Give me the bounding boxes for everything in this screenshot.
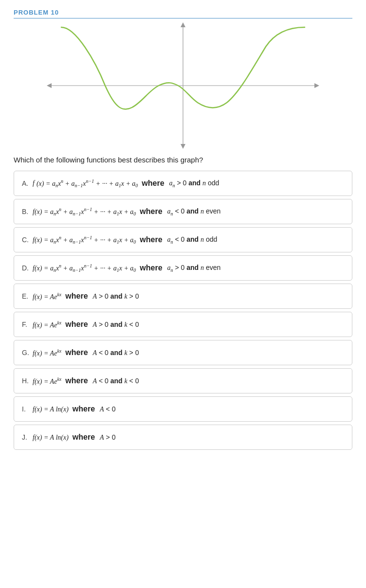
option-j-where: where bbox=[73, 431, 95, 443]
problem-header: PROBLEM 10 bbox=[14, 9, 352, 18]
option-j-letter: J. bbox=[22, 433, 33, 441]
option-g-letter: G. bbox=[22, 349, 33, 356]
option-b-condition: an < 0 and n even bbox=[167, 206, 221, 217]
option-f-content: f(x) = Aekx where A > 0 and k < 0 bbox=[33, 319, 139, 330]
option-a-condition: an > 0 and n odd bbox=[169, 178, 220, 189]
graph-container bbox=[14, 22, 352, 149]
option-d[interactable]: D. f(x) = anxn + an−1xn−1 + ··· + a1x + … bbox=[14, 255, 352, 281]
option-g-condition: A < 0 and k > 0 bbox=[93, 348, 139, 358]
svg-marker-1 bbox=[314, 83, 319, 88]
option-i-condition: A < 0 bbox=[100, 404, 115, 414]
option-g-content: f(x) = Aekx where A < 0 and k > 0 bbox=[33, 347, 139, 358]
option-h-where: where bbox=[65, 375, 88, 387]
option-a[interactable]: A. f(x) = anxn + an−1xn−1 + ··· + a1x + … bbox=[14, 171, 352, 196]
option-e[interactable]: E. f(x) = Aekx where A > 0 and k > 0 bbox=[14, 284, 352, 309]
option-c-content: f(x) = anxn + an−1xn−1 + ··· + a1x + a0 … bbox=[33, 234, 217, 246]
option-e-condition: A > 0 and k > 0 bbox=[93, 291, 139, 302]
option-e-content: f(x) = Aekx where A > 0 and k > 0 bbox=[33, 290, 139, 302]
option-a-where: where bbox=[142, 178, 164, 189]
svg-marker-5 bbox=[181, 144, 185, 149]
option-c-where: where bbox=[140, 234, 162, 246]
option-h-letter: H. bbox=[22, 377, 33, 385]
option-b-letter: B. bbox=[22, 208, 33, 215]
option-d-condition: an > 0 and n even bbox=[167, 263, 221, 274]
option-j[interactable]: J. f(x) = A ln(x) where A > 0 bbox=[14, 425, 352, 450]
svg-marker-4 bbox=[181, 22, 185, 27]
option-a-letter: A. bbox=[22, 179, 33, 187]
svg-marker-2 bbox=[47, 83, 52, 88]
option-j-condition: A > 0 bbox=[100, 432, 115, 443]
option-f-letter: F. bbox=[22, 321, 33, 328]
option-b[interactable]: B. f(x) = anxn + an−1xn−1 + ··· + a1x + … bbox=[14, 199, 352, 224]
option-a-formula: f bbox=[33, 178, 35, 188]
option-i-content: f(x) = A ln(x) where A < 0 bbox=[33, 403, 115, 415]
option-c-letter: C. bbox=[22, 236, 33, 244]
option-g[interactable]: G. f(x) = Aekx where A < 0 and k > 0 bbox=[14, 340, 352, 365]
option-e-letter: E. bbox=[22, 292, 33, 300]
option-g-where: where bbox=[65, 347, 88, 358]
option-b-where: where bbox=[140, 206, 162, 217]
option-f-condition: A > 0 and k < 0 bbox=[93, 320, 139, 330]
option-i-letter: I. bbox=[22, 405, 33, 413]
option-b-content: f(x) = anxn + an−1xn−1 + ··· + a1x + a0 … bbox=[33, 206, 220, 217]
option-d-content: f(x) = anxn + an−1xn−1 + ··· + a1x + a0 … bbox=[33, 262, 220, 274]
option-j-content: f(x) = A ln(x) where A > 0 bbox=[33, 431, 115, 443]
options-container: A. f(x) = anxn + an−1xn−1 + ··· + a1x + … bbox=[14, 171, 352, 450]
option-i[interactable]: I. f(x) = A ln(x) where A < 0 bbox=[14, 396, 352, 422]
option-a-content: f(x) = anxn + an−1xn−1 + ··· + a1x + a0 … bbox=[33, 178, 219, 189]
question-text: Which of the following functions best de… bbox=[14, 156, 352, 164]
option-h-condition: A < 0 and k < 0 bbox=[93, 376, 139, 386]
option-d-where: where bbox=[140, 262, 162, 274]
option-f-where: where bbox=[65, 319, 88, 330]
option-h-content: f(x) = Aekx where A < 0 and k < 0 bbox=[33, 375, 139, 387]
option-c[interactable]: C. f(x) = anxn + an−1xn−1 + ··· + a1x + … bbox=[14, 227, 352, 252]
page-container: PROBLEM 10 Which of the following functi… bbox=[0, 0, 366, 463]
option-d-letter: D. bbox=[22, 264, 33, 272]
option-f[interactable]: F. f(x) = Aekx where A > 0 and k < 0 bbox=[14, 312, 352, 337]
option-e-where: where bbox=[65, 290, 88, 302]
option-h[interactable]: H. f(x) = Aekx where A < 0 and k < 0 bbox=[14, 368, 352, 393]
graph-svg bbox=[47, 22, 319, 149]
option-c-condition: an < 0 and n odd bbox=[167, 234, 218, 246]
option-i-where: where bbox=[73, 403, 95, 415]
